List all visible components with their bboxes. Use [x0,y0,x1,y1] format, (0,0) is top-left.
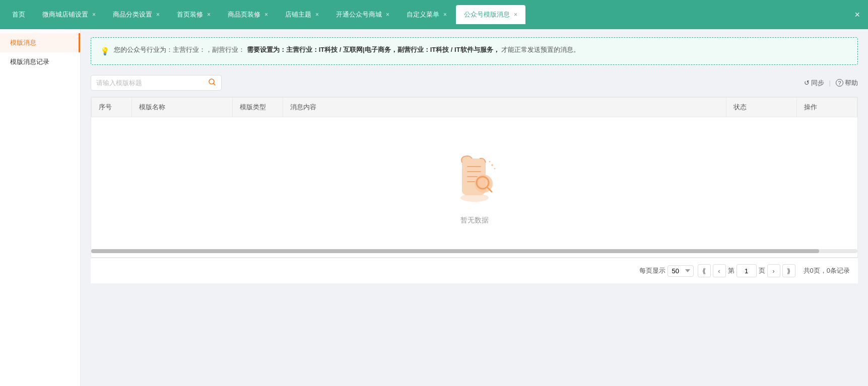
col-actions: 操作 [797,98,857,117]
sidebar-item-template-msg[interactable]: 模版消息 [0,33,80,52]
close-icon[interactable]: × [315,12,319,18]
help-button[interactable]: ? 帮助 [836,79,858,88]
empty-text: 暂无数据 [460,216,489,225]
svg-point-12 [489,161,490,163]
help-icon: ? [836,79,843,87]
close-icon[interactable]: × [514,12,517,18]
prev-page-button[interactable]: ‹ [713,264,726,277]
empty-illustration [444,147,505,208]
notice-highlight: 需要设置为：主营行业：IT科技 / 互联网|电子商务，副营行业：IT科技 / I… [247,46,500,53]
search-bar: ↺ 同步 | ? 帮助 [91,75,858,91]
tab-wsc-settings[interactable]: 微商城店铺设置 × [34,5,104,24]
sync-help-area: ↺ 同步 | ? 帮助 [804,79,858,88]
window-close-button[interactable]: × [850,8,864,22]
search-input[interactable] [96,79,208,87]
col-content: 消息内容 [283,98,726,117]
col-type: 模版类型 [233,98,283,117]
close-icon[interactable]: × [443,12,447,18]
col-seq: 序号 [92,98,132,117]
help-label: 帮助 [845,79,858,88]
table-container: 序号 模版名称 模版类型 消息内容 状态 操作 [91,97,858,258]
search-button[interactable] [208,78,216,88]
page-size-label: 每页显示 [639,266,665,275]
close-icon[interactable]: × [92,12,96,18]
tab-home-decor[interactable]: 首页装修 × [169,5,219,24]
horizontal-scrollbar[interactable] [91,249,857,253]
last-page-button[interactable]: ⟫ [782,264,795,277]
tab-open-mall[interactable]: 开通公众号商城 × [328,5,397,24]
page-nav: ⟪ ‹ 第 页 › ⟫ [698,264,795,277]
svg-line-1 [214,84,216,86]
col-status: 状态 [726,98,797,117]
lightbulb-icon: 💡 [100,45,110,57]
divider: | [829,79,831,87]
content-area: 💡 您的公众号行业为：主营行业：，副营行业： 需要设置为：主营行业：IT科技 /… [81,29,868,386]
page-before-label: 第 [728,266,735,275]
main-layout: 模版消息 模版消息记录 💡 您的公众号行业为：主营行业：，副营行业： 需要设置为… [0,29,868,386]
tab-bar: 首页 微商城店铺设置 × 商品分类设置 × 首页装修 × 商品页装修 × 店铺主… [0,0,868,29]
refresh-icon: ↺ [804,79,810,87]
notice-suffix: 才能正常发送预置的消息。 [501,46,580,53]
notice-box: 💡 您的公众号行业为：主营行业：，副营行业： 需要设置为：主营行业：IT科技 /… [91,37,858,65]
sidebar: 模版消息 模版消息记录 [0,29,81,386]
col-name: 模版名称 [132,98,233,117]
tab-shop-theme[interactable]: 店铺主题 × [277,5,327,24]
search-input-wrap [91,75,222,91]
tab-custom-menu[interactable]: 自定义菜单 × [398,5,455,24]
data-table: 序号 模版名称 模版类型 消息内容 状态 操作 [91,97,857,117]
tab-product-page-decor[interactable]: 商品页装修 × [220,5,276,24]
svg-point-11 [494,168,495,170]
tab-template-msg[interactable]: 公众号模版消息 × [456,5,525,24]
total-label: 共0页，0条记录 [804,266,850,275]
close-icon[interactable]: × [264,12,268,18]
tab-product-category[interactable]: 商品分类设置 × [105,5,168,24]
pagination-bar: 每页显示 10 20 50 100 ⟪ ‹ 第 页 › ⟫ 共0页，0条记录 [91,258,858,283]
sync-button[interactable]: ↺ 同步 [804,79,824,88]
page-size-select: 每页显示 10 20 50 100 [639,265,694,277]
next-page-button[interactable]: › [767,264,780,277]
sidebar-item-template-msg-record[interactable]: 模版消息记录 [0,52,80,71]
svg-point-10 [491,164,493,166]
close-icon[interactable]: × [156,12,160,18]
close-icon[interactable]: × [386,12,389,18]
notice-prefix: 您的公众号行业为：主营行业：，副营行业： [114,46,245,53]
page-after-label: 页 [759,266,765,275]
tab-home[interactable]: 首页 [4,5,33,24]
page-size-dropdown[interactable]: 10 20 50 100 [667,265,694,277]
page-number-input[interactable] [737,264,757,277]
close-icon[interactable]: × [207,12,211,18]
sync-label: 同步 [811,79,824,88]
first-page-button[interactable]: ⟪ [698,264,711,277]
empty-state: 暂无数据 [91,117,857,245]
